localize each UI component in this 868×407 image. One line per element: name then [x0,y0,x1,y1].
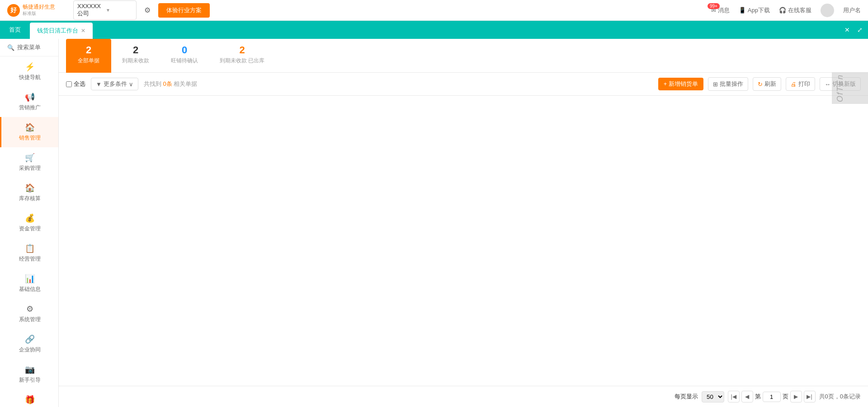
stat-number-wangpu: 0 [182,45,187,55]
sidebar-item-marketing[interactable]: 📢 营销推广 [0,87,58,117]
top-header: 好 畅捷通好生意 标准版 XXXXXX公司 ▼ ⚙ 体验行业方案 ✉ 99+ 消… [0,0,868,21]
stat-tab-overdue[interactable]: 2 到期未收款 [111,39,160,72]
filter-button[interactable]: ▼ 更多条件 ∨ [91,78,138,90]
stat-label-overdue: 到期未收款 [122,57,149,65]
add-sales-order-button[interactable]: + 新增销货单 [658,78,703,90]
toolbar-right: + 新增销货单 ⊞ 批量操作 ↻ 刷新 🖨 打印 ↔ 切换新版 [658,77,861,91]
last-page-button[interactable]: ▶| [804,391,816,402]
sidebar-item-inventory[interactable]: 🏠 库存核算 [0,178,58,208]
select-all-input[interactable] [66,81,72,87]
headset-icon: 🎧 [779,7,786,14]
sidebar-item-quick-nav[interactable]: ⚡ 快捷导航 [0,56,58,87]
sales-icon: 🏠 [25,122,35,132]
sidebar-item-finance[interactable]: 💰 资金管理 [0,208,58,238]
logo-text-area: 畅捷通好生意 标准版 [23,4,55,17]
settings-button[interactable]: ⚙ [140,3,155,18]
refresh-icon: ↻ [758,81,763,88]
stat-label-all: 全部单据 [78,57,99,65]
tab-active[interactable]: 钱货日清工作台 ✕ [30,23,93,39]
avatar[interactable] [821,4,834,17]
batch-label: 批量操作 [720,80,743,88]
sidebar-item-purchase[interactable]: 🛒 采购管理 [0,147,58,178]
header-right: ✉ 99+ 消息 📱 App下载 🎧 在线客服 用户名 [711,4,861,17]
stat-number-overdue: 2 [133,45,138,55]
tab-bar: 首页 钱货日清工作台 ✕ ✕ ⤢ [0,21,868,39]
company-name: XXXXXX公司 [77,3,104,18]
sidebar-label-finance: 资金管理 [19,225,41,233]
sidebar-item-app-center[interactable]: 🎁 应用中心 [0,389,58,407]
print-button[interactable]: 🖨 打印 [786,77,815,91]
sidebar-label-quick-nav: 快捷导航 [19,74,41,81]
sidebar-item-guide[interactable]: 📷 新手引导 [0,359,58,389]
basic-info-icon: 📊 [25,274,35,284]
stat-label-wangpu: 旺铺待确认 [171,57,198,65]
stat-tab-shipped[interactable]: 2 到期未收款 已出库 [209,39,275,72]
sidebar: 🔍 搜索菜单 ⚡ 快捷导航 📢 营销推广 🏠 销售管理 🛒 采购管理 🏠 库存核… [0,39,59,407]
app-center-icon: 🎁 [25,395,35,405]
company-selector[interactable]: XXXXXX公司 ▼ [73,0,137,20]
tab-maximize-button[interactable]: ⤢ [855,24,864,35]
sidebar-label-enterprise: 企业协同 [19,346,41,354]
quick-nav-icon: ⚡ [25,62,35,72]
sidebar-label-guide: 新手引导 [19,376,41,384]
found-prefix: 共找到 [144,80,163,87]
sidebar-item-basic-info[interactable]: 📊 基础信息 [0,268,58,299]
inventory-icon: 🏠 [25,183,35,193]
tab-bar-right: ✕ ⤢ [843,21,868,39]
batch-icon: ⊞ [713,81,718,88]
home-tab-label: 首页 [9,26,21,34]
stat-tab-all[interactable]: 2 全部单据 [66,39,111,73]
finance-icon: 💰 [25,213,35,223]
online-service-button[interactable]: 🎧 在线客服 [779,6,811,14]
message-button[interactable]: ✉ 99+ 消息 [711,6,730,14]
message-icon-wrap: ✉ 99+ [711,7,716,14]
stat-tab-wangpu[interactable]: 0 旺铺待确认 [160,39,209,72]
search-menu-item[interactable]: 🔍 搜索菜单 [0,39,58,56]
sidebar-item-system[interactable]: ⚙ 系统管理 [0,299,58,329]
batch-operation-button[interactable]: ⊞ 批量操作 [708,77,748,91]
purchase-icon: 🛒 [25,153,35,163]
active-tab-label: 钱货日清工作台 [37,27,78,35]
sidebar-label-marketing: 营销推广 [19,104,41,112]
pagination-bar: 每页显示 50 100 200 |◀ ◀ 第 页 ▶ ▶| 共0页，0条记录 [59,386,868,407]
stat-number-all: 2 [86,45,91,55]
sidebar-item-enterprise[interactable]: 🔗 企业协同 [0,329,58,359]
prev-page-button[interactable]: ◀ [741,391,753,402]
select-all-checkbox[interactable]: 全选 [66,80,85,88]
next-page-button[interactable]: ▶ [790,391,802,402]
page-label: 第 [755,393,761,401]
found-count: 0条 [163,80,172,87]
sidebar-item-business[interactable]: 📋 经营管理 [0,238,58,268]
print-icon: 🖨 [791,81,797,88]
page-number-input[interactable] [763,392,781,402]
industry-plan-button[interactable]: 体验行业方案 [158,3,210,18]
per-page-select[interactable]: 50 100 200 [702,391,724,402]
message-label: 消息 [718,6,730,14]
app-download-button[interactable]: 📱 App下载 [739,6,770,14]
found-text: 共找到 0条 相关单据 [144,80,197,88]
first-page-button[interactable]: |◀ [728,391,740,402]
filter-chevron-icon: ∨ [129,81,133,88]
tab-home[interactable]: 首页 [0,21,30,39]
print-label: 打印 [798,80,810,88]
tab-close-icon[interactable]: ✕ [81,28,85,34]
username[interactable]: 用户名 [843,6,861,14]
switch-new-version-button[interactable]: ↔ 切换新版 [820,77,861,91]
marketing-icon: 📢 [25,92,35,102]
filter-label: 更多条件 [104,80,127,88]
sidebar-item-sales[interactable]: 🏠 销售管理 [0,117,58,147]
refresh-button[interactable]: ↻ 刷新 [753,77,781,91]
main-layout: 🔍 搜索菜单 ⚡ 快捷导航 📢 营销推广 🏠 销售管理 🛒 采购管理 🏠 库存核… [0,39,868,407]
logo-icon: 好 [7,4,20,17]
service-label: 在线客服 [788,6,811,14]
stat-number-shipped: 2 [240,45,245,55]
tab-minimize-button[interactable]: ✕ [843,24,852,35]
sidebar-label-inventory: 库存核算 [19,195,41,202]
chevron-down-icon: ▼ [106,8,132,13]
refresh-label: 刷新 [764,80,776,88]
app-download-label: App下载 [748,6,770,14]
sidebar-label-system: 系统管理 [19,316,41,323]
stats-tabs: 2 全部单据 2 到期未收款 0 旺铺待确认 2 到期未收款 已出库 [59,39,868,73]
switch-label: 切换新版 [832,80,856,88]
app-badge: 标准版 [23,10,55,17]
